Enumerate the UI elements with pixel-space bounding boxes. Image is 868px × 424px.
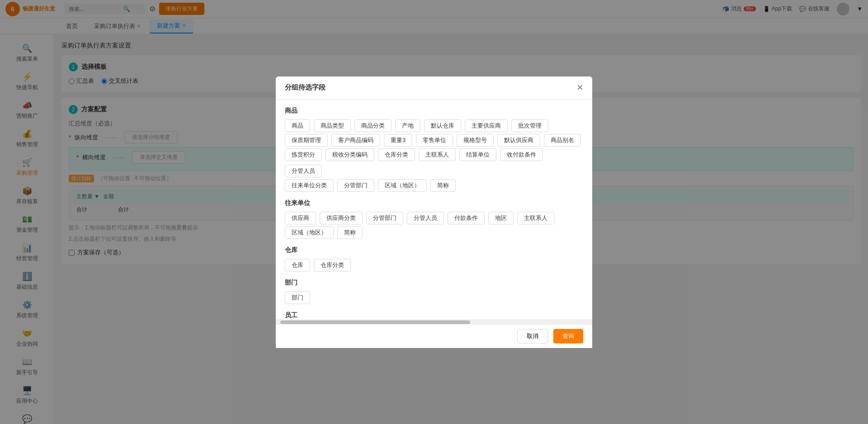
scrollbar-thumb <box>280 320 470 324</box>
section-warehouse-fields: 仓库 仓库分类 <box>285 259 583 272</box>
field-tag[interactable]: 零售单位 <box>416 134 453 147</box>
modal-overlay: 分组待选字段 ✕ 商品 商品 商品类型 商品分类 产地 默认仓库 主要供应商 批… <box>0 0 868 424</box>
section-goods-fields2: 保质期管理 客户商品编码 重量3 零售单位 规格型号 默认供应商 商品别名 <box>285 134 583 147</box>
section-goods-title: 商品 <box>285 107 583 115</box>
field-tag[interactable]: 往来单位分类 <box>285 179 334 192</box>
section-goods-fields: 商品 商品类型 商品分类 产地 默认仓库 主要供应商 批次管理 <box>285 119 583 132</box>
field-select-modal: 分组待选字段 ✕ 商品 商品 商品类型 商品分类 产地 默认仓库 主要供应商 批… <box>276 76 592 348</box>
field-tag[interactable]: 商品类型 <box>314 119 351 132</box>
field-tag[interactable]: 默认仓库 <box>424 119 461 132</box>
field-tag[interactable]: 仓库分类 <box>314 259 351 272</box>
section-dept-fields: 部门 <box>285 291 583 304</box>
field-tag[interactable]: 部门 <box>285 291 310 304</box>
section-goods-fields3: 拣货积分 税收分类编码 仓库分类 主联系人 结算单位 收付款条件 分管人员 <box>285 148 583 177</box>
field-tag[interactable]: 付款条件 <box>448 212 485 224</box>
section-staff-title: 员工 <box>285 311 583 319</box>
field-tag[interactable]: 供应商 <box>285 212 316 224</box>
field-tag[interactable]: 仓库 <box>285 259 310 272</box>
field-tag[interactable]: 分管人员 <box>285 165 322 177</box>
modal-scrollbar[interactable] <box>276 319 592 324</box>
modal-footer: 取消 查询 <box>276 324 592 348</box>
modal-title: 分组待选字段 <box>285 83 326 92</box>
field-tag[interactable]: 供应商分类 <box>320 212 363 224</box>
field-tag[interactable]: 拣货积分 <box>285 148 322 161</box>
section-partner-fields: 供应商 供应商分类 分管部门 分管人员 付款条件 地区 主联系人 <box>285 212 583 224</box>
section-warehouse-title: 仓库 <box>285 246 583 254</box>
field-tag[interactable]: 商品分类 <box>354 119 392 132</box>
field-tag[interactable]: 客户商品编码 <box>331 134 380 147</box>
field-tag[interactable]: 区域（地区） <box>378 179 427 192</box>
field-tag[interactable]: 主要供应商 <box>465 119 508 132</box>
field-tag[interactable]: 批次管理 <box>511 119 548 132</box>
modal-body: 商品 商品 商品类型 商品分类 产地 默认仓库 主要供应商 批次管理 保质期管理… <box>276 100 592 319</box>
field-tag[interactable]: 结算单位 <box>459 148 496 161</box>
modal-header: 分组待选字段 ✕ <box>276 76 592 100</box>
field-tag[interactable]: 地区 <box>488 212 514 224</box>
field-tag[interactable]: 保质期管理 <box>285 134 328 147</box>
field-tag[interactable]: 主联系人 <box>419 148 456 161</box>
field-tag[interactable]: 分管部门 <box>337 179 374 192</box>
field-tag[interactable]: 规格型号 <box>457 134 494 147</box>
field-tag[interactable]: 默认供应商 <box>497 134 540 147</box>
field-tag[interactable]: 区域（地区） <box>285 226 334 239</box>
field-tag[interactable]: 分管部门 <box>366 212 403 224</box>
field-tag[interactable]: 简称 <box>337 226 363 239</box>
field-tag[interactable]: 税收分类编码 <box>326 148 374 161</box>
field-tag[interactable]: 收付款条件 <box>500 148 543 161</box>
section-goods-fields4: 往来单位分类 分管部门 区域（地区） 简称 <box>285 179 583 192</box>
field-tag[interactable]: 商品 <box>285 119 310 132</box>
section-dept-title: 部门 <box>285 279 583 287</box>
section-partner-title: 往来单位 <box>285 199 583 207</box>
field-tag[interactable]: 产地 <box>395 119 420 132</box>
field-tag[interactable]: 商品别名 <box>544 134 581 147</box>
field-tag[interactable]: 分管人员 <box>407 212 444 224</box>
field-tag[interactable]: 简称 <box>430 179 456 192</box>
modal-cancel-btn[interactable]: 取消 <box>517 329 548 343</box>
modal-close-btn[interactable]: ✕ <box>576 83 583 93</box>
section-partner-fields2: 区域（地区） 简称 <box>285 226 583 239</box>
field-tag[interactable]: 仓库分类 <box>378 148 415 161</box>
field-tag[interactable]: 重量3 <box>384 134 412 147</box>
modal-confirm-btn[interactable]: 查询 <box>553 329 583 343</box>
field-tag[interactable]: 主联系人 <box>517 212 554 224</box>
